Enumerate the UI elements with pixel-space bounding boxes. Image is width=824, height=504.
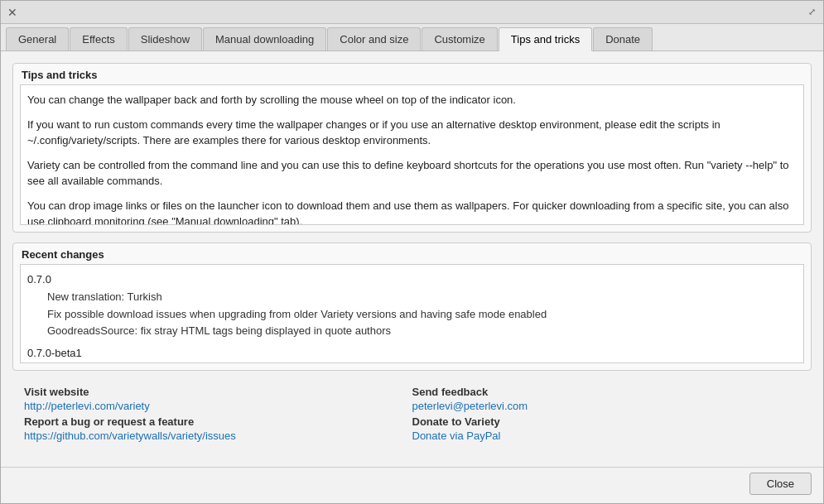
version-item-2: Fix possible download issues when upgrad…: [27, 306, 797, 324]
tab-effects[interactable]: Effects: [70, 27, 128, 50]
tip-1: You can change the wallpaper back and fo…: [27, 92, 797, 108]
donate-label: Donate to Variety: [412, 415, 801, 428]
tip-2: If you want to run custom commands every…: [27, 117, 797, 149]
footer: Close: [1, 467, 823, 503]
expand-icon[interactable]: ⤢: [805, 6, 818, 19]
send-feedback-group: Send feedback peterlevi@peterlevi.com: [412, 386, 801, 412]
report-bug-group: Report a bug or request a feature https:…: [24, 415, 412, 442]
tips-section-title: Tips and tricks: [13, 64, 811, 84]
version-beta-item-1: Port to Python 3: [27, 362, 797, 363]
visit-website-group: Visit website http://peterlevi.com/varie…: [24, 386, 412, 412]
donate-link[interactable]: Donate via PayPal: [412, 430, 801, 442]
tab-customize[interactable]: Customize: [422, 27, 497, 50]
version-header-070-beta1: 0.7.0-beta1: [27, 345, 797, 362]
bottom-links: Visit website http://peterlevi.com/varie…: [12, 381, 812, 450]
tips-scrollable-box[interactable]: You can change the wallpaper back and fo…: [20, 84, 804, 225]
version-item-1: New translation: Turkish: [27, 289, 797, 306]
main-window: ✕ ⤢ General Effects Slideshow Manual dow…: [0, 0, 824, 504]
donate-group: Donate to Variety Donate via PayPal: [412, 415, 801, 442]
version-070-beta1: 0.7.0-beta1 Port to Python 3 Fix broken …: [27, 345, 797, 363]
tab-bar: General Effects Slideshow Manual downloa…: [1, 24, 823, 51]
version-header-070: 0.7.0: [27, 271, 797, 289]
tab-tips-and-tricks[interactable]: Tips and tricks: [499, 27, 592, 51]
report-bug-label: Report a bug or request a feature: [24, 415, 412, 428]
tip-3: Variety can be controlled from the comma…: [27, 157, 797, 190]
tip-4: You can drop image links or files on the…: [27, 198, 797, 226]
tab-slideshow[interactable]: Slideshow: [128, 27, 202, 50]
close-icon[interactable]: ✕: [6, 6, 19, 19]
version-item-3: GoodreadsSource: fix stray HTML tags bei…: [27, 323, 797, 340]
report-bug-link[interactable]: https://github.com/varietywalls/variety/…: [24, 430, 412, 442]
version-070: 0.7.0 New translation: Turkish Fix possi…: [27, 271, 797, 340]
tab-donate[interactable]: Donate: [593, 27, 653, 50]
send-feedback-link[interactable]: peterlevi@peterlevi.com: [412, 400, 801, 412]
titlebar: ✕ ⤢: [1, 1, 823, 24]
close-button[interactable]: Close: [749, 473, 812, 495]
visit-website-label: Visit website: [24, 386, 412, 398]
tab-color-and-size[interactable]: Color and size: [327, 27, 421, 50]
send-feedback-label: Send feedback: [412, 386, 801, 398]
recent-changes-scrollable-box[interactable]: 0.7.0 New translation: Turkish Fix possi…: [20, 264, 804, 363]
tab-manual-downloading[interactable]: Manual downloading: [203, 27, 326, 50]
recent-changes-section: Recent changes 0.7.0 New translation: Tu…: [12, 242, 812, 371]
content-area: Tips and tricks You can change the wallp…: [1, 51, 823, 467]
visit-website-link[interactable]: http://peterlevi.com/variety: [24, 400, 412, 412]
tab-general[interactable]: General: [6, 27, 69, 50]
tips-section: Tips and tricks You can change the wallp…: [12, 63, 812, 233]
recent-changes-title: Recent changes: [13, 243, 811, 264]
